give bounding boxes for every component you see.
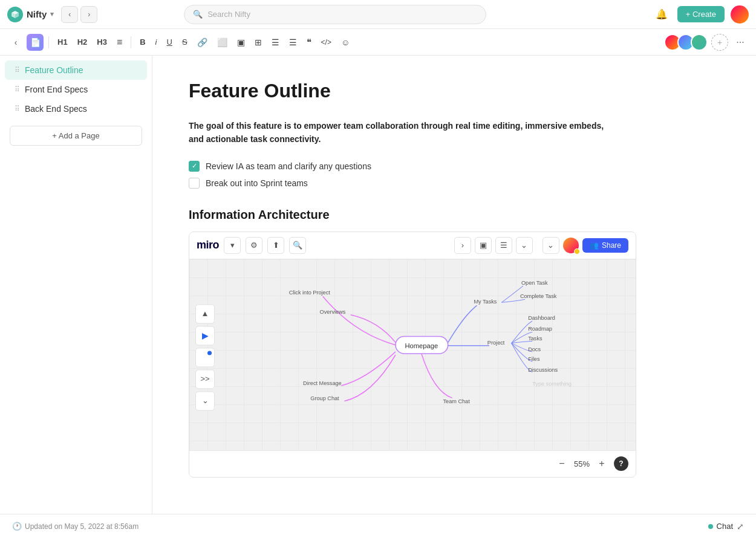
label-mytasks: My Tasks bbox=[474, 299, 497, 305]
emoji-button[interactable]: ☺ bbox=[337, 34, 353, 51]
toolbar-right: + ··· bbox=[664, 34, 749, 51]
image2-button[interactable]: ▣ bbox=[233, 34, 249, 51]
strikethrough-button[interactable]: S bbox=[178, 34, 191, 51]
miro-tool-cursor[interactable]: ▶ bbox=[195, 326, 215, 345]
branch-click-project bbox=[323, 296, 396, 345]
miro-grid-btn[interactable]: ☰ bbox=[495, 237, 512, 254]
label-overviews: Overviews bbox=[320, 308, 346, 314]
label-dm: Direct Message bbox=[303, 380, 342, 386]
sidebar-item-backend-specs[interactable]: ⠿ Back End Specs bbox=[5, 99, 147, 118]
expand-icon[interactable]: ⤢ bbox=[737, 522, 744, 531]
chat-dot bbox=[708, 524, 713, 529]
nav-back-btn[interactable]: ‹ bbox=[61, 6, 78, 23]
link-button[interactable]: 🔗 bbox=[194, 34, 211, 51]
nav-forward-btn[interactable]: › bbox=[80, 6, 97, 23]
miro-share-button[interactable]: 👥 Share bbox=[582, 238, 628, 253]
content-area: Feature Outline The goal of this feature… bbox=[152, 56, 756, 514]
h3-button[interactable]: H3 bbox=[93, 34, 111, 51]
clock-icon: 🕐 bbox=[12, 522, 22, 531]
search-placeholder: Search Nifty bbox=[207, 10, 250, 19]
chat-indicator[interactable]: Chat ⤢ bbox=[708, 522, 744, 531]
add-collaborator-button[interactable]: + bbox=[711, 34, 728, 51]
collab-avatars bbox=[664, 34, 708, 51]
sidebar-item-frontend-specs[interactable]: ⠿ Front End Specs bbox=[5, 80, 147, 99]
notifications-bell[interactable]: 🔔 bbox=[652, 5, 671, 24]
miro-upload-btn[interactable]: ⬆ bbox=[267, 237, 284, 254]
miro-more-btn[interactable]: ⌄ bbox=[516, 237, 533, 254]
drag-handle: ⠿ bbox=[15, 85, 20, 94]
label-open-task: Open Task bbox=[521, 280, 548, 286]
checkbox-2[interactable] bbox=[189, 178, 200, 189]
page-title: Feature Outline bbox=[189, 80, 720, 102]
sidebar-item-label: Feature Outline bbox=[25, 65, 83, 75]
sidebar-item-label: Back End Specs bbox=[25, 104, 87, 114]
center-node-label: Homepage bbox=[405, 342, 438, 349]
label-type-something: Type something bbox=[532, 381, 572, 387]
add-page-button[interactable]: + Add a Page bbox=[10, 126, 142, 146]
label-project: Project bbox=[487, 339, 505, 345]
miro-user-area bbox=[563, 238, 579, 253]
image-button[interactable]: ⬜ bbox=[213, 34, 231, 51]
create-button[interactable]: + Create bbox=[677, 6, 725, 22]
h2-button[interactable]: H2 bbox=[74, 34, 91, 51]
miro-toolbar: miro ▾ ⚙ ⬆ 🔍 › ▣ ☰ ⌄ ⌄ bbox=[189, 232, 636, 259]
mindmap-area: Homepage Click into Project Overviews My… bbox=[220, 259, 636, 450]
user-avatar[interactable] bbox=[731, 5, 749, 24]
miro-avatar-badge bbox=[574, 248, 580, 254]
zoom-in-button[interactable]: + bbox=[595, 456, 609, 471]
miro-tool-up[interactable]: ▲ bbox=[195, 304, 215, 323]
miro-left-tools: ▲ ▶ >> ⌄ bbox=[195, 304, 215, 410]
zoom-out-button[interactable]: − bbox=[555, 456, 569, 471]
miro-tool-dot[interactable] bbox=[195, 348, 215, 367]
label-group-chat: Group Chat bbox=[310, 395, 339, 401]
miro-dropdown-btn[interactable]: ▾ bbox=[224, 237, 241, 254]
miro-tool-expand[interactable]: >> bbox=[195, 369, 215, 389]
label-click-project: Click into Project bbox=[289, 290, 331, 296]
miro-user-avatar[interactable] bbox=[563, 238, 579, 253]
code-button[interactable]: </> bbox=[318, 34, 335, 51]
doc-avatar: 📄 bbox=[27, 34, 44, 51]
miro-search-btn[interactable]: 🔍 bbox=[289, 237, 306, 254]
app-logo[interactable]: Nifty ▾ bbox=[7, 7, 54, 22]
drag-handle: ⠿ bbox=[15, 66, 20, 74]
cursor-dot bbox=[207, 351, 212, 355]
zoom-help-button[interactable]: ? bbox=[614, 456, 628, 471]
mindmap-svg: Homepage Click into Project Overviews My… bbox=[220, 259, 636, 450]
checkbox-1[interactable]: ✓ bbox=[189, 161, 200, 172]
bold-button[interactable]: B bbox=[136, 34, 149, 51]
underline-button[interactable]: U bbox=[163, 34, 176, 51]
h1-button[interactable]: H1 bbox=[54, 34, 71, 51]
sidebar-item-feature-outline[interactable]: ⠿ Feature Outline bbox=[5, 60, 147, 80]
section-title: Information Architecture bbox=[189, 208, 720, 222]
miro-settings-btn[interactable]: ⚙ bbox=[246, 237, 262, 254]
table-button[interactable]: ⊞ bbox=[251, 34, 266, 51]
app-dropdown-arrow[interactable]: ▾ bbox=[50, 10, 54, 18]
label-roadmap: Roadmap bbox=[528, 326, 552, 332]
miro-nav-btn[interactable]: › bbox=[454, 237, 471, 254]
label-dashboard: Dashboard bbox=[528, 315, 555, 321]
italic-button[interactable]: i bbox=[152, 34, 161, 51]
quote-button[interactable]: ❝ bbox=[303, 34, 315, 51]
miro-collapse-btn[interactable]: ⌄ bbox=[543, 237, 559, 254]
miro-toolbar-mid: › ▣ ☰ ⌄ bbox=[454, 237, 533, 254]
miro-tool-down[interactable]: ⌄ bbox=[195, 391, 215, 410]
label-files: Files bbox=[528, 356, 540, 362]
status-bar: 🕐 Updated on May 5, 2022 at 8:56am Chat … bbox=[0, 514, 756, 538]
miro-canvas[interactable]: ▲ ▶ >> ⌄ Homepage C bbox=[189, 259, 636, 477]
miro-present-btn[interactable]: ▣ bbox=[475, 237, 492, 254]
branch-dm bbox=[341, 352, 396, 386]
bullet-button[interactable]: ☰ bbox=[268, 34, 283, 51]
search-bar[interactable]: 🔍 Search Nifty bbox=[184, 5, 486, 24]
numbered-button[interactable]: ☰ bbox=[285, 34, 301, 51]
more-options-button[interactable]: ··· bbox=[732, 34, 749, 51]
main-layout: ⠿ Feature Outline ⠿ Front End Specs ⠿ Ba… bbox=[0, 56, 756, 514]
align-button[interactable]: ≡ bbox=[113, 34, 126, 51]
miro-embed: miro ▾ ⚙ ⬆ 🔍 › ▣ ☰ ⌄ ⌄ bbox=[189, 232, 636, 478]
branch-mytasks bbox=[448, 305, 477, 342]
share-icon: 👥 bbox=[590, 241, 599, 250]
app-name: Nifty bbox=[27, 9, 47, 19]
doc-back-btn[interactable]: ‹ bbox=[7, 34, 24, 51]
divider-1 bbox=[48, 36, 49, 48]
checklist: ✓ Review IA as team and clarify any ques… bbox=[189, 161, 720, 189]
collab-avatar-3[interactable] bbox=[691, 34, 708, 51]
